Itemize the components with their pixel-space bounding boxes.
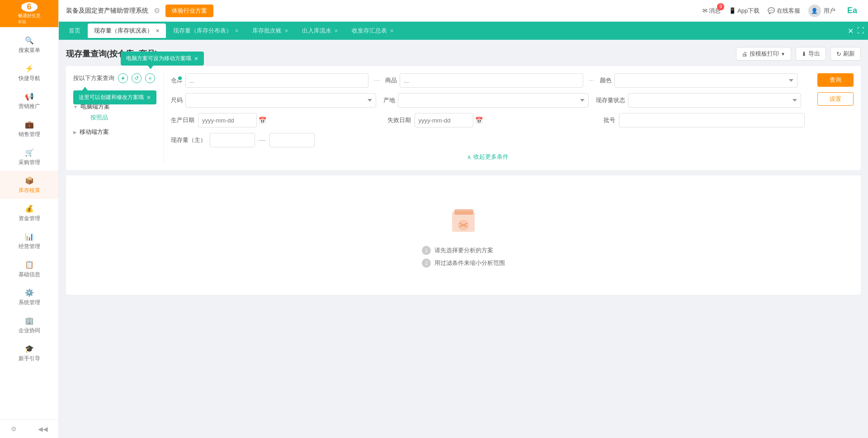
search-btn[interactable]: 查询 bbox=[817, 73, 854, 87]
color-field: 颜色 bbox=[600, 73, 797, 88]
size-select[interactable] bbox=[185, 93, 376, 108]
purchase-icon: 🛒 bbox=[24, 147, 34, 157]
batch-input[interactable] bbox=[619, 113, 805, 127]
app-download-btn[interactable]: 📱 App下载 bbox=[729, 7, 760, 15]
sidebar-item-system-label: 系统管理 bbox=[19, 299, 40, 306]
inventory-icon: 📦 bbox=[24, 175, 34, 185]
tooltip-1-text: 电脑方案可设为移动方案哦 bbox=[126, 55, 191, 62]
color-select[interactable] bbox=[614, 73, 797, 88]
goods-dots[interactable]: ··· bbox=[587, 76, 596, 85]
main-area: 装备及固定资产辅助管理系统 ⚙ 体验行业方案 ✉ 消息 9 📱 App下载 💬 … bbox=[59, 0, 868, 438]
production-date-start-icon[interactable]: 📅 bbox=[259, 117, 266, 124]
filter-fields: 仓库 ··· 商品 ··· 颜色 bbox=[171, 73, 805, 163]
tab-batch-ledger[interactable]: 库存批次账 ✕ bbox=[246, 24, 295, 38]
origin-select[interactable] bbox=[398, 93, 589, 108]
tab-batch-ledger-label: 库存批次账 bbox=[252, 27, 282, 35]
sidebar-item-quicknav-label: 快捷导航 bbox=[19, 75, 40, 82]
sidebar-item-quicknav[interactable]: ⚡ 快捷导航 bbox=[0, 59, 58, 87]
sidebar-item-inventory-label: 库存核算 bbox=[19, 187, 40, 194]
sidebar-item-inventory[interactable]: 📦 库存核算 bbox=[0, 171, 58, 199]
sidebar-logo: 6 畅通好生意 标版 bbox=[0, 0, 58, 27]
tooltip-dot-indicator bbox=[177, 75, 183, 81]
sidebar-item-search-label: 搜索菜单 bbox=[19, 47, 40, 54]
export-label: 导出 bbox=[808, 50, 820, 58]
empty-icon bbox=[445, 203, 481, 239]
search-icon: 🔍 bbox=[24, 35, 34, 45]
tab-inventory-dist[interactable]: 现存量（库存分布表） ✕ bbox=[167, 24, 245, 38]
tooltip-1-close[interactable]: ✕ bbox=[194, 56, 198, 62]
expiry-date-start-icon[interactable]: 📅 bbox=[475, 117, 483, 124]
reset-filter-btn[interactable]: 设置 bbox=[817, 92, 854, 106]
tab-inventory-dist-close[interactable]: ✕ bbox=[235, 28, 239, 34]
trial-btn[interactable]: 体验行业方案 bbox=[165, 5, 213, 17]
tab-in-out-flow-close[interactable]: ✕ bbox=[334, 28, 338, 34]
collapse-bar[interactable]: ∧ 收起更多条件 bbox=[171, 149, 805, 163]
step-2-text: 用过滤条件来缩小分析范围 bbox=[434, 259, 505, 267]
sidebar-item-guide[interactable]: 🎓 新手引导 bbox=[0, 339, 58, 367]
tooltip-2-close[interactable]: ✕ bbox=[146, 94, 151, 101]
tab-in-out-flow[interactable]: 出入库流水 ✕ bbox=[296, 24, 344, 38]
online-support-btn[interactable]: 💬 在线客服 bbox=[768, 7, 800, 15]
sidebar-settings-btn[interactable]: ⚙ bbox=[11, 425, 17, 433]
tab-inventory-status-label: 现存量（库存状况表） bbox=[94, 27, 153, 35]
export-icon: ⬇ bbox=[802, 51, 807, 57]
stock-min-input[interactable] bbox=[210, 133, 255, 147]
filter-row-1: 仓库 ··· 商品 ··· 颜色 bbox=[171, 73, 805, 88]
tab-collect-summary[interactable]: 收发存汇总表 ✕ bbox=[345, 24, 400, 38]
sidebar-item-search[interactable]: 🔍 搜索菜单 bbox=[0, 31, 58, 59]
empty-state: 1 请先选择要分析的方案 2 用过滤条件来缩小分析范围 bbox=[66, 175, 861, 295]
tab-bar-actions: ✕ ⛶ bbox=[848, 27, 864, 35]
sidebar-item-operations-label: 经营管理 bbox=[19, 243, 40, 250]
production-date-start[interactable] bbox=[198, 113, 257, 127]
goods-label: 商品 bbox=[385, 76, 397, 85]
warehouse-dots[interactable]: ··· bbox=[372, 76, 382, 85]
sidebar-item-system[interactable]: ⚙️ 系统管理 bbox=[0, 283, 58, 311]
online-support-label: 在线客服 bbox=[777, 7, 800, 14]
sidebar-collapse-btn[interactable]: ◀◀ bbox=[38, 425, 48, 433]
tab-close-all-icon[interactable]: ✕ bbox=[848, 27, 854, 35]
filter-reset-btn[interactable]: ↺ bbox=[132, 73, 142, 83]
quicknav-icon: ⚡ bbox=[24, 63, 34, 73]
system-settings-icon[interactable]: ⚙ bbox=[154, 6, 160, 15]
production-date-label: 生产日期 bbox=[171, 116, 194, 124]
system-name: 装备及固定资产辅助管理系统 bbox=[66, 7, 148, 15]
top-header-right: ✉ 消息 9 📱 App下载 💬 在线客服 👤 用户 Ea bbox=[703, 5, 861, 17]
sidebar-item-finance[interactable]: 💰 资金管理 bbox=[0, 199, 58, 227]
sidebar-item-purchase[interactable]: 🛒 采购管理 bbox=[0, 143, 58, 171]
sub-scheme-item-goods[interactable]: ▶ 按照品 bbox=[84, 112, 156, 123]
phone-icon: 📱 bbox=[729, 7, 736, 14]
message-btn[interactable]: ✉ 消息 9 bbox=[703, 7, 721, 15]
tab-expand-icon[interactable]: ⛶ bbox=[857, 27, 864, 35]
support-icon: 💬 bbox=[768, 7, 775, 14]
user-area[interactable]: 👤 用户 bbox=[808, 5, 835, 17]
tab-inventory-status-close[interactable]: ✕ bbox=[156, 28, 160, 34]
sidebar-item-enterprise[interactable]: 🏢 企业协同 bbox=[0, 311, 58, 339]
expiry-date-start[interactable] bbox=[415, 113, 473, 127]
filter-add-btn[interactable]: + bbox=[118, 73, 128, 83]
goods-input[interactable] bbox=[400, 73, 583, 88]
empty-step-1: 1 请先选择要分析的方案 bbox=[422, 246, 505, 255]
inventory-status-select[interactable] bbox=[628, 93, 801, 108]
tab-home[interactable]: 首页 bbox=[62, 24, 87, 38]
filter-back-btn[interactable]: « bbox=[145, 73, 155, 83]
scheme-tree: ▼ 电脑端方案 ▶ 按照品 ▶ 移动端方案 bbox=[73, 101, 156, 137]
sidebar-item-basic[interactable]: 📋 基础信息 bbox=[0, 255, 58, 283]
sidebar-item-marketing[interactable]: 📢 营销推广 bbox=[0, 87, 58, 115]
tab-inventory-status[interactable]: 现存量（库存状况表） ✕ bbox=[88, 24, 166, 38]
export-btn[interactable]: ⬇ 导出 bbox=[796, 47, 826, 61]
filter-panel: 按以下方案查询 + ↺ « 电脑方案可设为移动方案哦 ✕ bbox=[66, 66, 861, 170]
tab-batch-ledger-close[interactable]: ✕ bbox=[284, 28, 288, 34]
mobile-scheme-item[interactable]: ▶ 移动端方案 bbox=[73, 127, 156, 137]
origin-label: 产地 bbox=[383, 96, 395, 104]
sidebar-item-sales[interactable]: 💼 销售管理 bbox=[0, 115, 58, 143]
print-btn[interactable]: 🖨 按模板打印 ▼ bbox=[736, 47, 791, 61]
sidebar-item-purchase-label: 采购管理 bbox=[19, 159, 40, 166]
sidebar-item-operations[interactable]: 📊 经营管理 bbox=[0, 227, 58, 255]
warehouse-input[interactable] bbox=[185, 73, 368, 88]
tab-collect-summary-close[interactable]: ✕ bbox=[390, 28, 394, 34]
filter-header: 按以下方案查询 + ↺ « bbox=[73, 73, 156, 83]
tooltip-bubble-2: 这里可以创建和修改方案哦 ✕ bbox=[73, 90, 156, 104]
refresh-btn[interactable]: ↻ 刷新 bbox=[830, 47, 861, 61]
sidebar-item-sales-label: 销售管理 bbox=[19, 131, 40, 138]
stock-max-input[interactable] bbox=[269, 133, 315, 147]
